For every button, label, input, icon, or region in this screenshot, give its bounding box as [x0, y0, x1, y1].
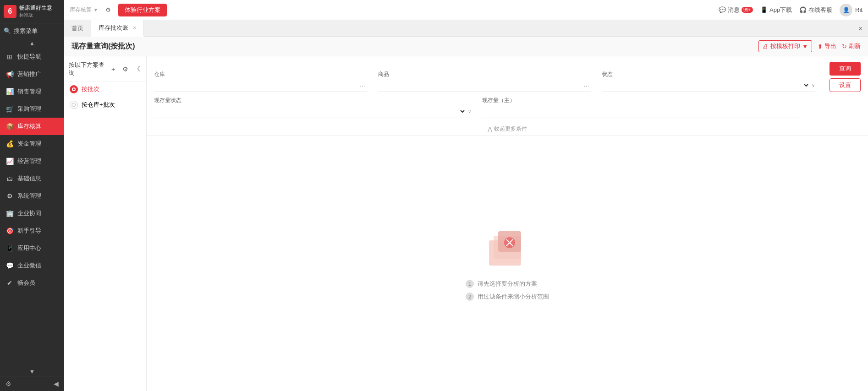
sidebar-item-member[interactable]: ✔ 畅会员 [0, 274, 64, 292]
sidebar-item-finance[interactable]: 💰 资金管理 [0, 135, 64, 152]
print-btn[interactable]: 🖨 按模板打印 ▼ [758, 40, 812, 52]
main-area: 库存核算 ▼ ⚙ 体验行业方案 💬 消息 99+ 📱 App下载 🎧 在线客服 [64, 0, 868, 391]
purchase-icon: 🛒 [5, 105, 14, 113]
message-btn[interactable]: 💬 消息 99+ [719, 6, 753, 14]
status-select-wrapper[interactable]: ∨ [602, 79, 815, 92]
sidebar-item-system[interactable]: ⚙ 系统管理 [0, 187, 64, 205]
sidebar-item-marketing[interactable]: 📢 营销推广 [0, 65, 64, 83]
sidebar-item-guide[interactable]: 🎯 新手引导 [0, 222, 64, 239]
query-action-btns: 查询 设置 [830, 62, 861, 92]
avatar-placeholder: 👤 [843, 7, 850, 13]
user-info[interactable]: 👤 Rit [840, 4, 863, 16]
sidebar-item-sales[interactable]: 📊 销售管理 [0, 83, 64, 100]
system-icon: ⚙ [5, 192, 14, 200]
svg-point-2 [72, 103, 76, 107]
sidebar-item-purchase[interactable]: 🛒 采购管理 [0, 100, 64, 118]
stock-status-select-wrapper[interactable]: ∨ [154, 105, 471, 118]
stock-status-select[interactable] [154, 108, 466, 115]
stock-qty-max-input[interactable] [646, 108, 800, 115]
footer-settings-btn[interactable]: ⚙ [5, 380, 11, 387]
export-icon: ⬆ [818, 43, 823, 50]
settings-btn[interactable]: 设置 [830, 78, 861, 92]
schema-by-warehouse-batch[interactable]: 按仓库+批次 [64, 97, 146, 113]
tab-panel-close[interactable]: × [853, 25, 868, 32]
collapse-icon: ⋀ [488, 126, 492, 132]
topbar: 库存核算 ▼ ⚙ 体验行业方案 💬 消息 99+ 📱 App下载 🎧 在线客服 [64, 0, 868, 20]
sidebar-item-quick-nav[interactable]: ⊞ 快捷导航 [0, 48, 64, 65]
export-btn[interactable]: ⬆ 导出 [818, 42, 836, 50]
sidebar-item-apps[interactable]: 📱 应用中心 [0, 239, 64, 257]
inventory-icon: 📦 [5, 122, 14, 130]
add-schema-btn[interactable]: + [109, 65, 118, 74]
app-download-btn[interactable]: 📱 App下载 [760, 6, 792, 14]
marketing-icon: 📢 [5, 70, 14, 78]
footer-collapse-btn[interactable]: ◀ [54, 380, 59, 387]
warehouse-input[interactable] [154, 82, 356, 89]
panel-collapse-btn[interactable]: 《 [132, 65, 142, 74]
tab-inventory-batch[interactable]: 库存批次账 × [91, 20, 144, 37]
empty-text: 1 请先选择要分析的方案 2 用过滤条件来缩小分析范围 [466, 280, 549, 301]
trial-btn[interactable]: 体验行业方案 [118, 4, 167, 16]
topbar-left: 库存核算 ▼ ⚙ 体验行业方案 [70, 4, 715, 16]
scroll-down-btn[interactable]: ▼ [0, 367, 64, 376]
sidebar-footer: ⚙ ◀ [0, 376, 64, 391]
tab-close-btn[interactable]: × [133, 25, 136, 31]
left-panel: 按以下方案查询 + ⚙ 《 [64, 56, 147, 391]
product-dots-btn[interactable]: ··· [582, 82, 591, 89]
status-label: 状态 [602, 71, 815, 78]
page-wrapper: 现存量查询(按批次) 🖨 按模板打印 ▼ ⬆ 导出 ↻ 刷新 [64, 37, 868, 391]
left-panel-header: 按以下方案查询 + ⚙ 《 [64, 56, 146, 81]
sidebar-item-enterprise[interactable]: 🏢 企业协同 [0, 205, 64, 222]
left-panel-actions: + ⚙ 《 [109, 65, 142, 74]
online-service-btn[interactable]: 🎧 在线客服 [799, 6, 832, 14]
sidebar-item-inventory[interactable]: 📦 库存核算 [0, 118, 64, 135]
scroll-up-btn[interactable]: ▲ [0, 39, 64, 48]
refresh-btn[interactable]: ↻ 刷新 [842, 42, 861, 50]
print-chevron: ▼ [802, 43, 808, 50]
query-section: 仓库 ··· 商品 [147, 56, 868, 136]
quick-nav-icon: ⊞ [5, 53, 14, 61]
wechat-icon: 💬 [5, 261, 14, 270]
stock-qty-label: 现存量（主） [482, 97, 799, 104]
schema-settings-btn[interactable]: ⚙ [121, 65, 130, 74]
query-btn[interactable]: 查询 [830, 62, 861, 76]
empty-state: 1 请先选择要分析的方案 2 用过滤条件来缩小分析范围 [147, 136, 868, 391]
schema-icon-active [70, 85, 78, 93]
status-chevron-icon: ∨ [812, 83, 815, 88]
stock-status-label: 现存量状态 [154, 97, 471, 104]
operations-icon: 📈 [5, 157, 14, 165]
search-menu[interactable]: 🔍 搜索菜单 [0, 23, 64, 39]
sales-icon: 📊 [5, 87, 14, 96]
right-content-panel: 仓库 ··· 商品 [147, 56, 868, 391]
main-content: 按以下方案查询 + ⚙ 《 [64, 56, 868, 391]
sidebar-item-operations[interactable]: 📈 经营管理 [0, 152, 64, 170]
query-row-2: 现存量状态 ∨ [154, 97, 861, 118]
empty-illustration [480, 227, 535, 272]
sidebar-header: 6 畅康通好生意 标准版 [0, 0, 64, 23]
topbar-settings-btn[interactable]: ⚙ [102, 4, 115, 16]
topbar-right: 💬 消息 99+ 📱 App下载 🎧 在线客服 👤 Rit [719, 4, 863, 16]
sidebar-item-basics[interactable]: 🗂 基础信息 [0, 170, 64, 187]
schema-by-batch[interactable]: 按批次 [64, 81, 146, 97]
warehouse-label: 仓库 [154, 71, 367, 78]
app-logo: 6 [4, 5, 16, 18]
product-input[interactable] [378, 82, 580, 89]
message-icon: 💬 [719, 6, 726, 13]
stock-qty-min-input[interactable] [482, 108, 636, 115]
search-icon: 🔍 [4, 27, 11, 34]
sidebar-item-wechat[interactable]: 💬 企业微信 [0, 257, 64, 274]
refresh-icon: ↻ [842, 43, 847, 50]
status-select[interactable] [602, 81, 810, 89]
member-icon: ✔ [5, 279, 14, 287]
status-field: 状态 ∨ [602, 71, 815, 92]
warehouse-dots-btn[interactable]: ··· [358, 82, 367, 89]
collapse-label: 收起更多条件 [494, 125, 527, 133]
finance-icon: 💰 [5, 140, 14, 148]
printer-icon: 🖨 [763, 43, 769, 50]
tab-home[interactable]: 首页 [64, 20, 91, 37]
collapse-row[interactable]: ⋀ 收起更多条件 [147, 122, 868, 136]
stock-status-field: 现存量状态 ∨ [154, 97, 471, 118]
tabbar: 首页 库存批次账 × × [64, 20, 868, 37]
user-name: Rit [855, 6, 863, 13]
headset-icon: 🎧 [799, 6, 807, 13]
